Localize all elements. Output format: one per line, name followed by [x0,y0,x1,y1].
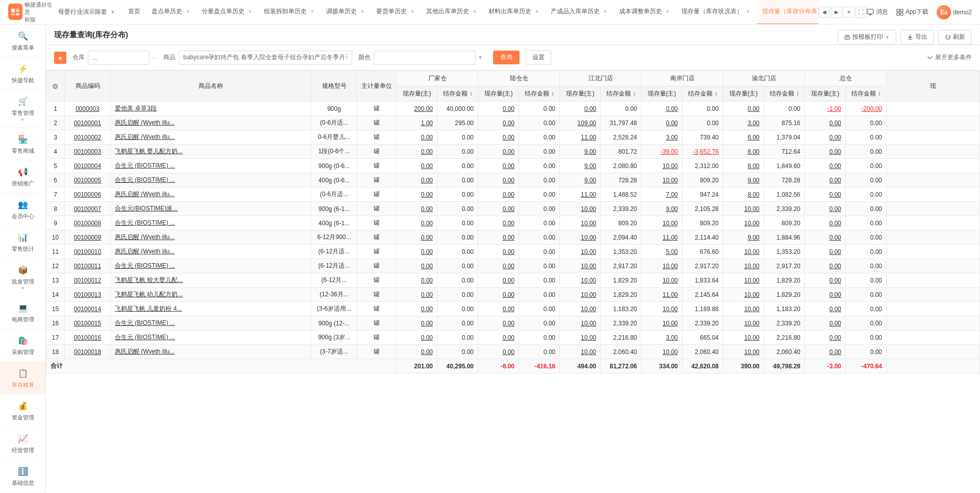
cell-name[interactable]: 合生元 (BIOSTIME) ... [111,159,311,173]
nav-tab-10[interactable]: 现存量（库存状况表）× [676,0,757,24]
cell-nanan-qty[interactable]: 11.00 [642,288,682,302]
cell-nanan-qty[interactable]: 10.00 [642,173,682,187]
cell-yubei-qty[interactable]: 6.00 [723,130,764,145]
cell-name[interactable]: 合生元 (BIOSTIME) ... [111,259,311,273]
cell-total-qty[interactable]: 0.00 [805,202,846,216]
cell-factory-qty[interactable]: 0.00 [397,259,437,273]
nav-tab-close-1[interactable]: × [184,8,191,15]
cell-total-qty[interactable]: 0.00 [805,130,846,145]
cell-name[interactable]: 惠氏启醒 (Wyeth illu... [111,245,311,259]
cell-yubei-qty[interactable]: 9.00 [723,173,764,187]
nav-tab-close-3[interactable]: × [309,8,316,15]
print-button[interactable]: 按模板打印 ▼ [838,30,896,44]
nav-tab-5[interactable]: 要货单历史× [371,0,421,24]
cell-nanan-qty[interactable]: -39.00 [642,145,682,159]
cell-total-qty[interactable]: 0.00 [805,116,846,130]
nav-tab-9[interactable]: 成本调整单历史× [614,0,676,24]
cell-name[interactable]: 飞鹤星飞帆 幼儿配方奶... [111,288,311,302]
nav-tab-close-8[interactable]: × [602,8,609,15]
cell-code[interactable]: 00100004 [65,159,111,173]
cell-nanan-qty[interactable]: 3.00 [642,331,682,345]
query-button[interactable]: 查询 [493,51,520,64]
sidebar-item-4[interactable]: 📢 营销推广 [0,160,45,193]
cell-total-qty[interactable]: 0.00 [805,173,846,187]
cell-yubei-qty[interactable]: 3.00 [723,116,764,130]
cell-total-qty[interactable]: 0.00 [805,273,846,288]
sidebar-item-13[interactable]: ℹ️ 基础信息 [0,460,45,492]
cell-code[interactable]: 00100001 [65,116,111,130]
sidebar-item-1[interactable]: ⚡ 快捷导航 [0,57,45,90]
cell-jiangbei-qty[interactable]: 9.00 [560,145,601,159]
cell-code[interactable]: 00100007 [65,202,111,216]
cell-nanan-qty[interactable]: 7.00 [642,187,682,202]
cell-lu-qty[interactable]: 0.00 [478,187,519,202]
cell-nanan-qty[interactable]: 0.00 [642,102,682,116]
nav-tab-close-4[interactable]: × [359,8,366,15]
cell-factory-qty[interactable]: 0.00 [397,130,437,145]
cell-factory-qty[interactable]: 0.00 [397,216,437,230]
nav-close-button[interactable]: ✕ [843,7,854,18]
cell-name[interactable]: 合生元 (BIOSTIME) ... [111,216,311,230]
cell-total-qty[interactable]: 0.00 [805,316,846,331]
cell-lu-qty[interactable]: 0.00 [478,345,519,359]
nav-tab-11[interactable]: 现存量（库存分布表）× [757,0,819,24]
col-gear[interactable]: ⚙ [46,71,65,102]
expand-more-button[interactable]: 展开更多条件 [927,53,972,62]
cell-factory-qty[interactable]: 0.00 [397,202,437,216]
cell-yubei-qty[interactable]: 10.00 [723,216,764,230]
cell-total-qty[interactable]: 0.00 [805,302,846,316]
cell-jiangbei-qty[interactable]: 0.00 [560,102,601,116]
cell-lu-qty[interactable]: 0.00 [478,273,519,288]
cell-name[interactable]: 飞鹤星飞帆 儿童奶粉 4... [111,302,311,316]
cell-factory-qty[interactable]: 0.00 [397,245,437,259]
nav-tab-1[interactable]: 盘点单历史× [146,0,197,24]
cell-nanan-qty[interactable]: 10.00 [642,159,682,173]
refresh-button[interactable]: 刷新 [938,30,972,44]
cell-jiangbei-qty[interactable]: 10.00 [560,288,601,302]
nav-tab-close-2[interactable]: × [247,8,254,15]
cell-jiangbei-qty[interactable]: 10.00 [560,202,601,216]
cell-name[interactable]: 惠氏启醒 (Wyeth illu... [111,187,311,202]
cell-yubei-qty[interactable]: 10.00 [723,316,764,331]
cell-total-qty[interactable]: 0.00 [805,245,846,259]
cell-nanan-qty[interactable]: 10.00 [642,302,682,316]
message-button[interactable]: 消息 [867,8,888,16]
cell-yubei-qty[interactable]: 10.00 [723,288,764,302]
cell-jiangbei-qty[interactable]: 10.00 [560,230,601,245]
cell-total-qty[interactable]: 0.00 [805,345,846,359]
export-button[interactable]: 导出 [900,30,934,44]
cell-name[interactable]: 惠氏启醒 (Wyeth illu... [111,345,311,359]
cell-nanan-qty[interactable]: 9.00 [642,202,682,216]
cell-total-qty[interactable]: 0.00 [805,230,846,245]
cell-lu-qty[interactable]: 0.00 [478,116,519,130]
cell-yubei-qty[interactable]: 8.00 [723,159,764,173]
cell-jiangbei-qty[interactable]: 10.00 [560,331,601,345]
cell-code[interactable]: 00100016 [65,331,111,345]
user-area[interactable]: Ea demo2 [937,5,972,19]
cell-factory-qty[interactable]: 0.00 [397,173,437,187]
cell-yubei-qty[interactable]: 10.00 [723,259,764,273]
cell-code[interactable]: 00100005 [65,173,111,187]
nav-tab-close-9[interactable]: × [664,8,671,15]
sidebar-item-11[interactable]: 💰 资金管理 [0,394,45,427]
cell-name[interactable]: 合生元 (BIOSTIME) ... [111,316,311,331]
cell-lu-qty[interactable]: 0.00 [478,145,519,159]
cell-factory-qty[interactable]: 0.00 [397,331,437,345]
cell-yubei-qty[interactable]: 0.00 [723,102,764,116]
cell-total-qty[interactable]: 0.00 [805,159,846,173]
cell-total-qty[interactable]: 0.00 [805,145,846,159]
cell-lu-qty[interactable]: 0.00 [478,230,519,245]
app-download-button[interactable]: App下载 [896,8,928,16]
cell-lu-qty[interactable]: 0.00 [478,102,519,116]
cell-lu-qty[interactable]: 0.00 [478,259,519,273]
table-area[interactable]: ⚙ 商品编码 商品名称 规格型号 主计量单位 厂家仓 陆仓仓 江北门店 南岸门店… [46,71,980,493]
cell-name[interactable]: 惠氏启醒 (Wyeth illu... [111,230,311,245]
cell-factory-qty[interactable]: 0.00 [397,159,437,173]
cell-lu-qty[interactable]: 0.00 [478,316,519,331]
cell-code[interactable]: 00100003 [65,145,111,159]
sidebar-item-12[interactable]: 📈 经营管理 [0,427,45,460]
sidebar-item-3[interactable]: 🏪 零售商城 [0,128,45,160]
sidebar-item-6[interactable]: 📊 零售统计 [0,226,45,259]
sidebar-item-2[interactable]: 🛒 零售管理 ▾ [0,90,45,128]
cell-nanan-qty[interactable]: 11.00 [642,230,682,245]
